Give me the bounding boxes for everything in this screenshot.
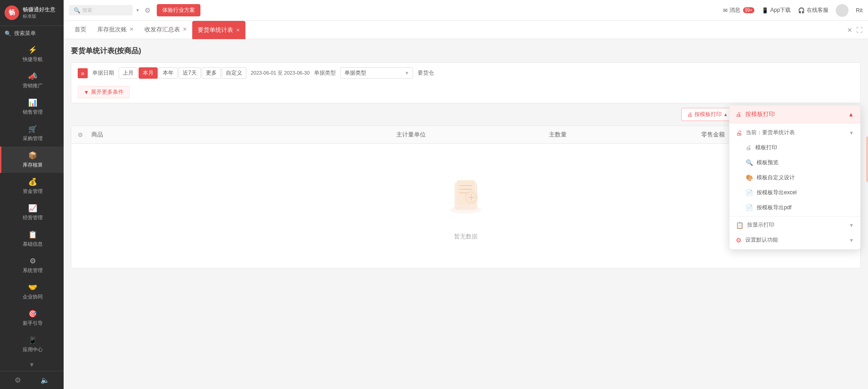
sidebar-item-finance[interactable]: 💰 资金管理 [0, 173, 64, 199]
close-inventory-batch-tab[interactable]: ✕ [130, 26, 134, 32]
tab-order-stats[interactable]: 要货单统计表 ✕ [192, 21, 245, 39]
template-design-icon: 🎨 [746, 174, 753, 181]
empty-text: 暂无数据 [454, 232, 478, 241]
empty-illustration [443, 171, 489, 225]
filter-expand-button[interactable]: » [78, 68, 88, 78]
sidebar-logo-text: 畅赚通好生意 标准版 [23, 6, 55, 20]
date-range-display: 2023-06-01 至 2023-06-30 [251, 70, 310, 76]
tab-inventory-batch[interactable]: 库存批次账 ✕ [92, 21, 139, 39]
tab-expand-controls: ✕ ⛶ [847, 26, 863, 34]
sidebar-item-inventory[interactable]: 📦 库存核算 [0, 147, 64, 173]
dropdown-item-template-preview[interactable]: 🔍 模板预览 [729, 155, 860, 170]
sidebar-item-quick-nav[interactable]: ⚡ 快捷导航 [0, 41, 64, 67]
user-avatar[interactable] [836, 4, 848, 17]
guide-icon: 🎯 [28, 309, 37, 318]
sidebar-search[interactable]: 🔍 搜索菜单 [0, 26, 64, 41]
headset-icon: 🎧 [798, 7, 805, 14]
current-section-print-icon: 🖨 [736, 129, 742, 136]
sales-icon: 📊 [28, 98, 37, 107]
dropdown-current-section[interactable]: 🖨 当前：要货单统计表 ▼ [729, 125, 860, 140]
topbar-right: ✉ 消息 99+ 📱 App下载 🎧 在线客服 Rit [723, 4, 863, 17]
quick-nav-icon: ⚡ [28, 45, 37, 54]
appstore-icon: 📱 [28, 336, 37, 344]
date-btn-more[interactable]: 更多 [202, 67, 221, 79]
sidebar: 畅 畅赚通好生意 标准版 🔍 搜索菜单 ⚡ 快捷导航 📣 营销推广 📊 销售管理… [0, 0, 64, 389]
topbar-search[interactable]: 🔍 搜索 [69, 5, 133, 15]
right-edge-handle[interactable] [866, 136, 868, 182]
close-collection-summary-tab[interactable]: ✕ [183, 26, 187, 32]
basics-icon: 📋 [28, 230, 37, 239]
topbar-dropdown-arrow[interactable]: ▾ [136, 7, 139, 13]
marketing-icon: 📣 [28, 72, 37, 81]
print-dropdown-arrow: ▲ [723, 112, 728, 117]
dropdown-item-template-design[interactable]: 🎨 模板自定义设计 [729, 170, 860, 185]
date-btn-this-month[interactable]: 本月 [139, 67, 158, 79]
dropdown-header[interactable]: 🖨 按模板打印 ▲ [729, 106, 860, 123]
system-icon: ⚙ [30, 257, 36, 265]
tab-home[interactable]: 首页 [69, 21, 92, 39]
print-dropdown-panel: 🖨 按模板打印 ▲ 🖨 当前：要货单统计表 ▼ 🖨 模板打印 🔍 模板预览 [729, 105, 861, 250]
purchase-icon: 🛒 [28, 125, 37, 133]
sidebar-item-sales[interactable]: 📊 销售管理 [0, 94, 64, 120]
dropdown-header-print-icon: 🖨 [736, 111, 742, 118]
date-filter-label: 单据日期 [92, 69, 114, 77]
page-title: 要货单统计表(按商品) [71, 46, 861, 56]
settings-bottom-icon[interactable]: ⚙ [15, 376, 21, 384]
dropdown-display-print[interactable]: 📋 按显示打印 ▼ [729, 217, 860, 232]
online-service-button[interactable]: 🎧 在线客服 [798, 6, 828, 14]
tab-close-all-icon[interactable]: ✕ [847, 26, 853, 34]
sidebar-item-appstore[interactable]: 📱 应用中心 [0, 331, 64, 358]
dropdown-set-default[interactable]: ⚙ 设置默认功能 ▼ [729, 232, 860, 248]
trial-button[interactable]: 体验行业方案 [157, 4, 200, 16]
dropdown-header-title: 按模板打印 [745, 110, 848, 118]
main-area: 🔍 搜索 ▾ ⚙ 体验行业方案 ✉ 消息 99+ 📱 App下载 🎧 在线客服 … [64, 0, 868, 389]
topbar-gear-icon[interactable]: ⚙ [145, 6, 150, 15]
table-col-gear[interactable]: ⚙ [78, 131, 91, 138]
print-icon: 🖨 [687, 111, 693, 118]
date-btn-last-month[interactable]: 上月 [119, 67, 138, 79]
sidebar-logo-icon: 畅 [5, 5, 19, 20]
date-btn-this-year[interactable]: 本年 [159, 67, 178, 79]
dropdown-header-arrow: ▲ [848, 111, 854, 118]
app-download-button[interactable]: 📱 App下载 [762, 6, 791, 14]
date-btn-custom[interactable]: 自定义 [222, 67, 246, 79]
sidebar-item-basics[interactable]: 📋 基础信息 [0, 226, 64, 252]
dropdown-item-export-pdf[interactable]: 📄 按模板导出pdf [729, 200, 860, 215]
date-btn-7days[interactable]: 近7天 [179, 67, 201, 79]
print-template-button[interactable]: 🖨 按模板打印 ▲ [681, 108, 734, 121]
sidebar-item-marketing[interactable]: 📣 营销推广 [0, 67, 64, 94]
order-type-label: 要货仓 [418, 69, 434, 77]
sidebar-item-enterprise[interactable]: 🤝 企业协同 [0, 278, 64, 305]
tab-maximize-icon[interactable]: ⛶ [856, 26, 863, 34]
sidebar-nav: ⚡ 快捷导航 📣 营销推广 📊 销售管理 🛒 采购管理 📦 库存核算 💰 资金管… [0, 41, 64, 359]
sidebar-scroll-down[interactable]: ▼ [0, 359, 64, 371]
tab-collection-summary[interactable]: 收发存汇总表 ✕ [139, 21, 192, 39]
page-content: 要货单统计表(按商品) » 单据日期 上月 本月 本年 近7天 更多 自定义 2… [64, 39, 868, 389]
close-order-stats-tab[interactable]: ✕ [236, 27, 240, 33]
sidebar-item-purchase[interactable]: 🛒 采购管理 [0, 120, 64, 147]
operations-icon: 📈 [28, 204, 37, 212]
dropdown-item-template-print[interactable]: 🖨 模板打印 [729, 140, 860, 155]
mobile-icon: 📱 [762, 7, 768, 14]
sidebar-item-operations[interactable]: 📈 经营管理 [0, 199, 64, 226]
sidebar-item-system[interactable]: ⚙ 系统管理 [0, 252, 64, 278]
date-buttons: 上月 本月 本年 近7天 更多 自定义 [119, 67, 246, 79]
topbar: 🔍 搜索 ▾ ⚙ 体验行业方案 ✉ 消息 99+ 📱 App下载 🎧 在线客服 … [64, 0, 868, 21]
set-default-icon: ⚙ [736, 237, 742, 244]
enterprise-icon: 🤝 [28, 283, 37, 292]
expand-more-conditions-button[interactable]: ▼ 展开更多条件 [78, 86, 130, 98]
type-filter-select[interactable]: 单据类型 ▼ [340, 67, 413, 79]
display-print-icon: 📋 [736, 222, 743, 229]
export-pdf-icon: 📄 [746, 204, 753, 211]
filter-bar: » 单据日期 上月 本月 本年 近7天 更多 自定义 2023-06-01 至 … [71, 62, 861, 103]
dropdown-item-export-excel[interactable]: 📄 按模板导出excel [729, 185, 860, 200]
type-filter-label: 单据类型 [314, 69, 336, 77]
type-select-arrow: ▼ [404, 71, 409, 76]
dropdown-divider-1 [729, 216, 860, 217]
table-col-unit: 主计量单位 [396, 131, 549, 139]
expand-more-icon: ▼ [84, 89, 89, 96]
messages-button[interactable]: ✉ 消息 99+ [723, 6, 754, 14]
speaker-bottom-icon[interactable]: 🔈 [40, 376, 50, 384]
topbar-search-icon: 🔍 [74, 7, 80, 14]
sidebar-item-guide[interactable]: 🎯 新手引导 [0, 305, 64, 331]
